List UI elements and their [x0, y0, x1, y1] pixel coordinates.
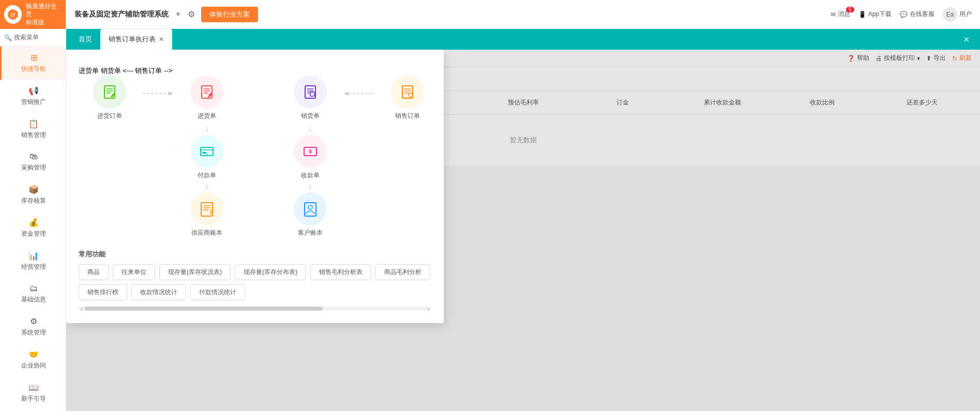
topbar: 装备及固定资产辅助管理系统 ▼ ⚙ 体验行业方案 ✉ 消息 5 📱 App下载 …	[66, 0, 980, 29]
message-btn[interactable]: ✉ 消息 5	[831, 10, 850, 19]
svg-marker-7	[169, 92, 174, 96]
sidebar-item-sales[interactable]: 📋 销售管理	[0, 113, 66, 146]
arrow-down-receipt: ↓	[294, 182, 327, 190]
message-badge: 5	[846, 7, 854, 12]
func-btn-sales-rank[interactable]: 销售排行榜	[79, 284, 127, 300]
arrow-down-purchase: ↓	[190, 125, 223, 133]
operations-icon: 📊	[28, 251, 39, 261]
sidebar-item-basic-info[interactable]: 🗂 基础信息	[0, 278, 66, 310]
svg-text:¥: ¥	[309, 148, 312, 155]
common-functions-title: 常用功能	[79, 250, 431, 259]
receipt-icon: ¥	[294, 135, 327, 168]
finance-icon: 💰	[28, 218, 39, 227]
sales-icon: 📋	[28, 119, 39, 129]
scrollbar-track[interactable]	[85, 307, 425, 311]
func-btn-goods[interactable]: 商品	[79, 264, 109, 280]
svg-rect-24	[310, 92, 314, 96]
topbar-dropdown-icon[interactable]: ▼	[175, 10, 182, 18]
svg-point-35	[308, 205, 312, 209]
tab-close-icon[interactable]: ✕	[159, 36, 164, 43]
svg-point-31	[409, 93, 413, 97]
system-icon: ⚙	[30, 316, 37, 326]
func-btn-stock-dist[interactable]: 现存量(库存分布表)	[235, 264, 306, 280]
settings-icon[interactable]: ⚙	[188, 9, 195, 19]
logo-text: 畅康通好生意 标准版	[26, 3, 62, 27]
customer-icon	[294, 192, 327, 225]
sidebar-nav: ⊞ 快捷导航 📢 营销推广 📋 销售管理 🛍 采购管理 📦 库存核算 💰	[0, 47, 66, 411]
svg-text:好: 好	[10, 12, 16, 18]
topbar-actions: ✉ 消息 5 📱 App下载 💬 在线客服 Ea 用户	[831, 7, 972, 22]
tab-sales-order[interactable]: 销售订单执行表 ✕	[100, 29, 172, 50]
inventory-icon: 📦	[28, 185, 39, 194]
func-btn-partner[interactable]: 往来单位	[113, 264, 155, 280]
func-btn-stock-status[interactable]: 现存量(库存状况表)	[159, 264, 231, 280]
main-area: 装备及固定资产辅助管理系统 ▼ ⚙ 体验行业方案 ✉ 消息 5 📱 App下载 …	[66, 0, 980, 411]
flow-node-sales-order[interactable]: 销售订单	[376, 75, 439, 120]
supplier-icon	[190, 192, 223, 225]
flow-node-receipt[interactable]: ¥ 收款单	[279, 135, 341, 180]
purchase-order-label: 进货订单	[97, 112, 122, 120]
popup-overlay[interactable]: 进货单 销货单 <--- 销售订单 -->	[66, 50, 980, 411]
scroll-left-btn[interactable]: ‹	[79, 305, 85, 313]
avatar: Ea	[943, 7, 957, 22]
sales-bill-label: 销货单	[301, 112, 320, 120]
payment-icon: ¥	[190, 135, 223, 168]
service-icon: 💬	[900, 11, 908, 18]
flow-node-purchase-bill[interactable]: 进货单	[176, 75, 238, 120]
flow-node-customer[interactable]: 客户账本	[279, 192, 341, 237]
func-btn-goods-gross[interactable]: 商品毛利分析	[375, 264, 430, 280]
basic-info-icon: 🗂	[29, 284, 38, 293]
payment-label: 付款单	[198, 171, 216, 180]
system-name: 装备及固定资产辅助管理系统	[74, 10, 169, 19]
enterprise-icon: 🤝	[28, 349, 39, 359]
scrollbar-thumb[interactable]	[85, 307, 323, 311]
purchase-bill-icon	[190, 75, 223, 109]
func-btns-row1: 商品 往来单位 现存量(库存状况表) 现存量(库存分布表) 销售毛利分析表 商品…	[79, 264, 431, 280]
scroll-right-btn[interactable]: ›	[425, 305, 431, 313]
func-btn-payment-stats[interactable]: 付款情况统计	[190, 284, 245, 300]
sidebar-item-operations[interactable]: 📊 经营管理	[0, 245, 66, 278]
sidebar-item-quick-nav[interactable]: ⊞ 快捷导航	[0, 47, 66, 80]
sidebar-item-purchase[interactable]: 🛍 采购管理	[0, 146, 66, 178]
tab-home[interactable]: 首页	[70, 29, 100, 50]
guide-icon: 📖	[28, 383, 39, 392]
func-btn-receipt-stats[interactable]: 收款情况统计	[131, 284, 186, 300]
func-btns-row2: 销售排行榜 收款情况统计 付款情况统计	[79, 284, 431, 300]
user-profile[interactable]: Ea 用户	[943, 7, 972, 22]
flow-node-sales-bill[interactable]: 销货单	[279, 75, 341, 120]
svg-rect-16	[201, 203, 213, 216]
sidebar-item-marketing[interactable]: 📢 营销推广	[0, 80, 66, 113]
home-tab-label: 首页	[79, 35, 92, 44]
flow-node-payment[interactable]: ¥ 付款单	[176, 135, 238, 180]
sidebar: 好 畅康通好生意 标准版 🔍 搜索菜单 ⊞ 快捷导航 📢 营销推广 📋 销售管理	[0, 0, 66, 411]
func-btn-sales-gross[interactable]: 销售毛利分析表	[310, 264, 371, 280]
sidebar-item-finance[interactable]: 💰 资金管理	[0, 211, 66, 245]
sidebar-logo: 好 畅康通好生意 标准版	[0, 0, 66, 29]
arrow-down-sales: ↓	[294, 125, 327, 133]
flow-diagram: 进货单 销货单 <--- 销售订单 -->	[79, 62, 431, 246]
common-functions: 常用功能 商品 往来单位 现存量(库存状况表) 现存量(库存分布表) 销售毛利分…	[79, 250, 431, 300]
arrow-down-payment: ↓	[190, 182, 223, 190]
sidebar-item-inventory[interactable]: 📦 库存核算	[0, 178, 66, 211]
svg-marker-25	[343, 92, 349, 96]
svg-rect-27	[402, 86, 413, 98]
sales-order-tab-label: 销售订单执行表	[109, 35, 156, 44]
popup-panel: 进货单 销货单 <--- 销售订单 -->	[66, 50, 444, 323]
sales-bill-icon	[294, 75, 327, 109]
customer-label: 客户账本	[298, 229, 323, 237]
sidebar-item-guide[interactable]: 📖 新手引导	[0, 376, 66, 409]
search-icon: 🔍	[4, 34, 12, 41]
sidebar-item-system[interactable]: ⚙ 系统管理	[0, 310, 66, 343]
flow-node-supplier[interactable]: 供应商账本	[176, 192, 238, 237]
online-service-btn[interactable]: 💬 在线客服	[900, 10, 934, 19]
tabbar: 首页 销售订单执行表 ✕ ✕	[66, 29, 980, 50]
popup-scrollbar[interactable]: ‹ ›	[79, 307, 431, 311]
app-download-btn[interactable]: 📱 App下载	[858, 10, 892, 19]
tab-close-all-btn[interactable]: ✕	[957, 35, 976, 44]
flow-node-purchase-order[interactable]: 进货订单	[79, 75, 141, 120]
sidebar-search[interactable]: 🔍 搜索菜单	[0, 29, 66, 47]
message-icon: ✉	[831, 11, 836, 18]
experience-btn[interactable]: 体验行业方案	[201, 7, 258, 22]
supplier-label: 供应商账本	[191, 229, 222, 237]
sidebar-item-enterprise[interactable]: 🤝 企业协同	[0, 343, 66, 376]
